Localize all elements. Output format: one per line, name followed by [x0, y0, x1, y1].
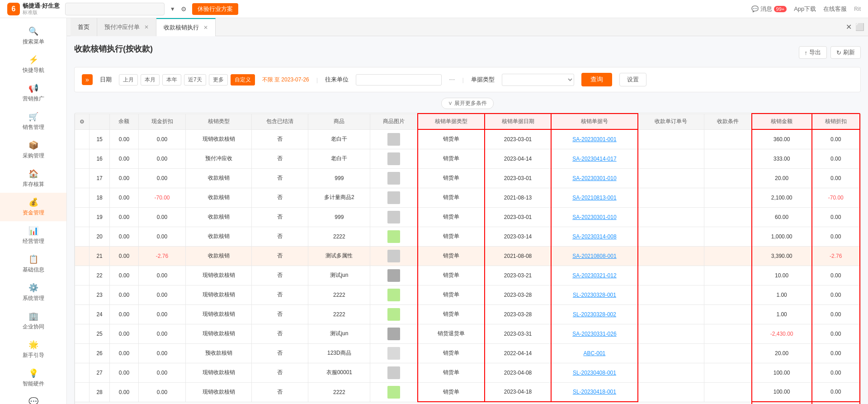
- table-cell[interactable]: SL-20230328-001: [551, 285, 637, 304]
- table-cell[interactable]: SA-20230331-026: [551, 324, 637, 343]
- date-btn-this-month[interactable]: 本月: [141, 74, 160, 86]
- tab-collection-close[interactable]: ✕: [203, 24, 208, 31]
- voucher-type-select[interactable]: [502, 74, 574, 86]
- table-cell[interactable]: SL-20230328-002: [551, 304, 637, 324]
- table-cell: 100.00: [752, 363, 812, 382]
- table-cell[interactable]: SA-20230321-012: [551, 266, 637, 285]
- query-button[interactable]: 查询: [581, 73, 612, 86]
- table-cell[interactable]: SL-20230408-001: [551, 363, 637, 382]
- table-cell: 0.00: [812, 207, 860, 227]
- window-maximize-icon[interactable]: ⬜: [855, 23, 864, 31]
- table-cell[interactable]: SA-20230301-010: [551, 168, 637, 188]
- table-cell: 0.00: [138, 324, 186, 343]
- sidebar-item-sales[interactable]: 🛒 销售管理: [0, 107, 66, 136]
- app-download-link[interactable]: App下载: [794, 5, 816, 13]
- export-button[interactable]: ↑ 导出: [799, 46, 827, 59]
- table-cell: 360.00: [752, 129, 812, 149]
- tab-collection-label: 收款核销执行: [164, 24, 199, 32]
- table-cell: 1,000.00: [752, 227, 812, 246]
- col-settled: 包含已结清: [252, 114, 308, 129]
- sidebar-item-marketing[interactable]: 📢 营销推广: [0, 79, 66, 107]
- dropdown-icon[interactable]: ▼: [170, 6, 175, 12]
- capital-icon: 💰: [28, 197, 38, 207]
- sidebar-item-inventory[interactable]: 🏠 库存核算: [0, 164, 66, 193]
- date-btn-more[interactable]: 更多: [209, 74, 228, 86]
- table-cell: [638, 227, 704, 246]
- sidebar-item-purchase[interactable]: 📦 采购管理: [0, 136, 66, 164]
- online-service-link[interactable]: 在线客服: [823, 5, 847, 13]
- message-area[interactable]: 💬 消息 99+: [751, 5, 787, 13]
- table-cell[interactable]: ABC-001: [551, 343, 637, 363]
- table-cell: 2023-03-21: [485, 266, 552, 285]
- table-cell: 多计量商品2: [308, 188, 370, 207]
- date-btn-7days[interactable]: 近7天: [184, 74, 206, 86]
- sidebar-item-guide[interactable]: 🌟 新手引导: [0, 335, 66, 364]
- sidebar-label-quicknav: 快捷导航: [23, 67, 44, 74]
- table-row: 210.00-2.76收款核销否测试多属性销货单2021-08-08SA-202…: [75, 246, 860, 266]
- table-cell[interactable]: SA-20230414-017: [551, 149, 637, 168]
- table-cell: 23: [90, 285, 110, 304]
- table-cell: 22: [90, 266, 110, 285]
- table-row: 220.000.00现销收款核销否测试jun销货单2023-03-21SA-20…: [75, 266, 860, 285]
- sidebar-item-operations[interactable]: 📊 经营管理: [0, 221, 66, 250]
- sidebar-item-basic[interactable]: 📋 基础信息: [0, 250, 66, 278]
- sidebar-item-capital[interactable]: 💰 资金管理: [0, 193, 66, 221]
- table-cell: 2222: [308, 382, 370, 402]
- window-close-icon[interactable]: ✕: [846, 23, 852, 31]
- sidebar-item-system[interactable]: ⚙️ 系统管理: [0, 278, 66, 307]
- table-cell: 0.00: [110, 149, 138, 168]
- expand-conditions-btn[interactable]: ∨ 展开更多条件: [441, 98, 493, 109]
- table-cell[interactable]: SA-20210808-001: [551, 246, 637, 266]
- sidebar-item-quicknav[interactable]: ⚡ 快捷导航: [0, 50, 66, 79]
- table-cell[interactable]: SL-20230418-001: [551, 382, 637, 402]
- refresh-button[interactable]: ↻ 刷新: [830, 46, 861, 59]
- date-label: 日期: [100, 76, 112, 84]
- sidebar-item-search[interactable]: 🔍 搜索菜单: [0, 22, 66, 50]
- table-cell: 现销收款核销: [186, 285, 252, 304]
- table-cell: 0.00: [138, 382, 186, 402]
- table-cell: 0.00: [110, 363, 138, 382]
- table-cell: 否: [252, 304, 308, 324]
- sidebar: 🔍 搜索菜单 ⚡ 快捷导航 📢 营销推广 🛒 销售管理 📦 采购管理 🏠 库存核…: [0, 18, 67, 404]
- table-row: 160.000.00预付冲应收否老白干销货单2023-04-14SA-20230…: [75, 149, 860, 168]
- table-cell: [75, 188, 90, 207]
- date-btn-custom[interactable]: 自定义: [231, 74, 255, 86]
- sidebar-item-smarthw[interactable]: 💡 智能硬件: [0, 364, 66, 392]
- tab-home[interactable]: 首页: [71, 18, 97, 36]
- table-cell: 现销收款核销: [186, 324, 252, 343]
- table-cell: [704, 382, 752, 402]
- table-cell: 0.00: [110, 266, 138, 285]
- table-cell: 否: [252, 188, 308, 207]
- tab-prepay[interactable]: 预付冲应付单 ✕: [97, 18, 156, 36]
- table-cell[interactable]: SA-20230301-001: [551, 129, 637, 149]
- table-cell: [638, 324, 704, 343]
- table-cell: 60.00: [752, 207, 812, 227]
- goods-image: [387, 328, 400, 340]
- table-cell: [370, 168, 418, 188]
- date-btn-last-month[interactable]: 上月: [119, 74, 138, 86]
- table-cell: [704, 266, 752, 285]
- more-filter-icon[interactable]: ···: [449, 76, 455, 84]
- table-cell[interactable]: SA-20210813-001: [551, 188, 637, 207]
- table-cell: [75, 227, 90, 246]
- table-cell[interactable]: SA-20230301-010: [551, 207, 637, 227]
- app-layout: 🔍 搜索菜单 ⚡ 快捷导航 📢 营销推广 🛒 销售管理 📦 采购管理 🏠 库存核…: [0, 18, 868, 404]
- settings-button[interactable]: 设置: [619, 73, 646, 86]
- tab-collection[interactable]: 收款核销执行 ✕: [156, 18, 216, 36]
- sidebar-item-wechat[interactable]: 💬 企业微信: [0, 392, 66, 404]
- partner-input[interactable]: [356, 74, 442, 86]
- tab-prepay-close[interactable]: ✕: [144, 24, 149, 30]
- table-cell[interactable]: SA-20230314-008: [551, 227, 637, 246]
- settings-gear-icon[interactable]: ⚙: [181, 5, 187, 13]
- industry-btn[interactable]: 休验行业方案: [192, 3, 238, 15]
- search-input[interactable]: [65, 3, 165, 15]
- date-btn-this-year[interactable]: 本年: [162, 74, 181, 86]
- table-row: 180.00-70.00收款核销否多计量商品2销货单2021-08-13SA-2…: [75, 188, 860, 207]
- col-verify-bill-date: 核销单据日期: [485, 114, 552, 129]
- table-cell: 否: [252, 207, 308, 227]
- sidebar-item-corp[interactable]: 🏢 企业协同: [0, 307, 66, 335]
- filter-toggle-btn[interactable]: »: [82, 74, 93, 85]
- goods-image: [387, 366, 400, 379]
- table-cell: 0.00: [812, 363, 860, 382]
- table-cell: [638, 266, 704, 285]
